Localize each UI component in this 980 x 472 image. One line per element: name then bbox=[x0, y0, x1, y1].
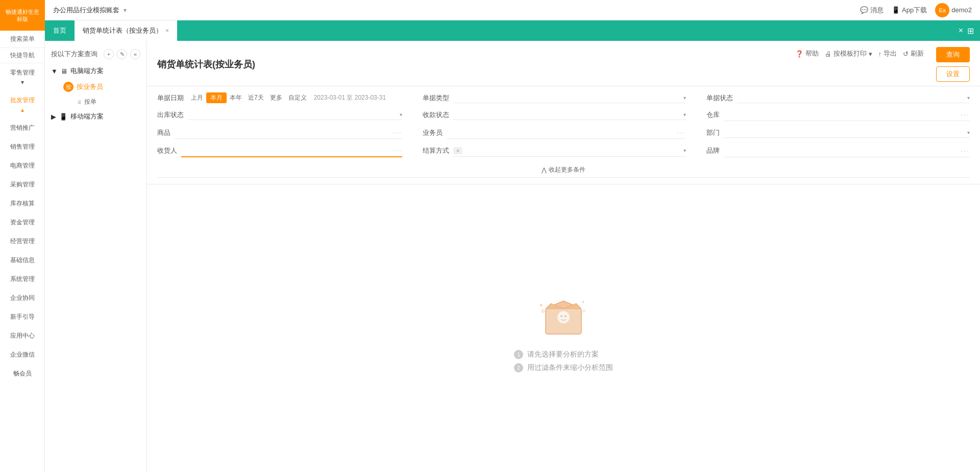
sidebar-item-member[interactable]: 畅会员 bbox=[0, 364, 44, 383]
sidebar-item-label: 应用中心 bbox=[10, 332, 35, 340]
warehouse-input[interactable]: ··· bbox=[724, 108, 970, 121]
filter-salesperson: 业务员 ··· bbox=[423, 126, 686, 139]
tab-home[interactable]: 首页 bbox=[45, 20, 75, 41]
settings-button[interactable]: 设置 bbox=[936, 66, 970, 82]
doc-type-select[interactable]: ▾ bbox=[453, 93, 686, 103]
sidebar-item-appstore[interactable]: 应用中心 bbox=[0, 326, 44, 345]
receiver-input[interactable]: ··· bbox=[181, 144, 402, 157]
refresh-button[interactable]: ↺ 刷新 bbox=[903, 49, 924, 58]
user-menu[interactable]: Ea demo2 bbox=[935, 3, 972, 17]
pc-folder-label: 电脑端方案 bbox=[70, 66, 104, 76]
this-month-btn[interactable]: 本月 bbox=[206, 92, 227, 103]
sidebar-item-system[interactable]: 系统管理 bbox=[0, 270, 44, 289]
goods-input[interactable]: ··· bbox=[175, 126, 402, 139]
filter-receipt-status: 收款状态 ▾ bbox=[423, 110, 686, 120]
query-button[interactable]: 查询 bbox=[936, 47, 970, 62]
svg-text:✦: ✦ bbox=[581, 300, 585, 304]
tab-close-button[interactable]: × bbox=[165, 27, 169, 34]
empty-step-1: 1 请先选择要分析的方案 bbox=[514, 350, 613, 359]
date-range-text: 2023-03-01 至 2023-03-31 bbox=[314, 93, 386, 102]
brand-input[interactable]: ··· bbox=[724, 145, 970, 157]
sidebar-item-purchase[interactable]: 采购管理 bbox=[0, 175, 44, 194]
filter-doc-type: 单据类型 ▾ bbox=[423, 93, 686, 103]
empty-steps: 1 请先选择要分析的方案 2 用过滤条件来缩小分析范围 bbox=[514, 350, 613, 376]
collapse-chevron-icon: ⋀ bbox=[542, 167, 547, 174]
tree-item-pc-folder[interactable]: ▼ 🖥 电脑端方案 bbox=[45, 63, 146, 79]
collapse-panel-button[interactable]: « bbox=[130, 49, 140, 59]
settlement-tag-close-button[interactable]: × bbox=[456, 148, 459, 154]
receiver-label: 收货人 bbox=[157, 146, 177, 155]
expand-icon: ▼ bbox=[51, 67, 58, 75]
sidebar-logo: 畅捷通好生意 标版 bbox=[0, 0, 45, 31]
out-status-select[interactable]: ▾ bbox=[188, 110, 402, 120]
svg-point-4 bbox=[541, 309, 545, 313]
doc-status-select[interactable]: ▾ bbox=[737, 93, 970, 103]
page-title: 销货单统计表(按业务员) bbox=[157, 58, 255, 70]
left-panel-title: 按以下方案查询 bbox=[51, 50, 97, 59]
add-scheme-button[interactable]: + bbox=[104, 49, 114, 59]
salesperson-input[interactable]: ··· bbox=[447, 126, 686, 139]
sidebar-quick-nav[interactable]: 快捷导航 bbox=[0, 48, 44, 63]
filter-receiver: 收货人 ··· bbox=[157, 144, 402, 157]
doc-type-label: 单据类型 bbox=[423, 93, 449, 103]
page-header: 销货单统计表(按业务员) ❓ 帮助 🖨 按模板打印 ▾ ↑ bbox=[147, 41, 980, 86]
sub-item-order[interactable]: ≡ 按单 bbox=[59, 95, 146, 109]
sidebar-item-marketing[interactable]: 营销推广 bbox=[0, 119, 44, 137]
print-button[interactable]: 🖨 按模板打印 ▾ bbox=[825, 49, 872, 58]
this-year-btn[interactable]: 本年 bbox=[227, 92, 245, 103]
brand-label: 品牌 bbox=[706, 146, 720, 155]
message-button[interactable]: 💬 消息 bbox=[860, 6, 884, 15]
main-area: 办公用品行业模拟账套 ▾ 💬 消息 📱 App下载 Ea demo2 首页 bbox=[45, 0, 980, 472]
sidebar-search[interactable]: 搜索菜单 bbox=[0, 31, 44, 48]
left-panel: 按以下方案查询 + ✎ « ▼ 🖥 电脑端方案 bbox=[45, 41, 147, 472]
active-dot-icon: 按 bbox=[63, 82, 74, 92]
sidebar-item-newbie[interactable]: 新手引导 bbox=[0, 308, 44, 326]
sidebar-item-retail[interactable]: 零售管理 ▾ bbox=[0, 63, 44, 91]
sidebar-item-label: 销售管理 bbox=[10, 143, 35, 151]
sidebar-item-operations[interactable]: 经营管理 bbox=[0, 232, 44, 251]
sidebar-item-wechat[interactable]: 企业微信 bbox=[0, 345, 44, 364]
last7-btn[interactable]: 近7天 bbox=[245, 92, 267, 103]
tab-maximize-button[interactable]: ⊞ bbox=[967, 26, 974, 36]
topbar: 办公用品行业模拟账套 ▾ 💬 消息 📱 App下载 Ea demo2 bbox=[45, 0, 980, 20]
help-button[interactable]: ❓ 帮助 bbox=[795, 49, 819, 58]
empty-state: ✦ ✦ 1 请先选择要分析的方案 2 用过滤条件来缩小分析范围 bbox=[514, 280, 613, 376]
receipt-status-select[interactable]: ▾ bbox=[453, 110, 686, 120]
sidebar-item-label: 新手引导 bbox=[10, 313, 35, 321]
tree-item-mobile-folder[interactable]: ▶ 📱 移动端方案 bbox=[45, 109, 146, 124]
custom-btn[interactable]: 自定义 bbox=[285, 92, 310, 103]
sidebar-item-finance[interactable]: 资金管理 bbox=[0, 213, 44, 232]
sidebar-item-inventory[interactable]: 库存核算 bbox=[0, 194, 44, 213]
page-content: 按以下方案查询 + ✎ « ▼ 🖥 电脑端方案 bbox=[45, 41, 980, 472]
date-filter-buttons: 上月 本月 本年 近7天 更多 自定义 2023-03-01 至 2023-03… bbox=[188, 92, 402, 103]
export-button[interactable]: ↑ 导出 bbox=[878, 49, 897, 58]
sidebar-item-base[interactable]: 基础信息 bbox=[0, 251, 44, 270]
more-btn[interactable]: 更多 bbox=[267, 92, 285, 103]
sidebar-item-enterprise[interactable]: 企业协同 bbox=[0, 289, 44, 308]
settlement-select[interactable]: × ▾ bbox=[453, 145, 686, 157]
filter-row-1: 单据日期 上月 本月 本年 近7天 更多 自定义 2023-03-01 至 20… bbox=[157, 92, 970, 103]
empty-step-2: 2 用过滤条件来缩小分析范围 bbox=[514, 363, 613, 372]
topbar-right: 💬 消息 📱 App下载 Ea demo2 bbox=[860, 3, 972, 17]
warehouse-label: 仓库 bbox=[706, 110, 720, 120]
filter-settlement: 结算方式 × ▾ bbox=[423, 145, 686, 157]
topbar-dropdown-icon[interactable]: ▾ bbox=[124, 7, 127, 14]
mobile-folder-label: 移动端方案 bbox=[70, 112, 104, 121]
goods-dots-icon: ··· bbox=[393, 128, 402, 136]
tab-active[interactable]: 销货单统计表（按业务员） × bbox=[75, 20, 177, 41]
print-dropdown-icon: ▾ bbox=[869, 50, 872, 58]
department-select[interactable]: ▾ bbox=[724, 128, 970, 138]
tree-active-item[interactable]: 按 按业务员 bbox=[59, 79, 146, 95]
help-icon: ❓ bbox=[795, 50, 803, 58]
collapse-button[interactable]: ⋀ 收起更多条件 bbox=[542, 166, 585, 174]
sidebar-item-sales[interactable]: 销售管理 bbox=[0, 137, 44, 156]
sidebar-item-ecommerce[interactable]: 电商管理 bbox=[0, 156, 44, 175]
tab-minimize-button[interactable]: × bbox=[959, 26, 963, 35]
edit-scheme-button[interactable]: ✎ bbox=[117, 49, 127, 59]
sidebar-item-wholesale[interactable]: 批发管理 ▴ bbox=[0, 91, 44, 119]
last-month-btn[interactable]: 上月 bbox=[188, 92, 206, 103]
sidebar: 畅捷通好生意 标版 搜索菜单 快捷导航 零售管理 ▾ 批发管理 ▴ 营销推广 销… bbox=[0, 0, 45, 472]
app-download-button[interactable]: 📱 App下载 bbox=[892, 6, 927, 15]
plus-icon: + bbox=[107, 51, 110, 57]
filter-out-status: 出库状态 ▾ bbox=[157, 110, 402, 120]
